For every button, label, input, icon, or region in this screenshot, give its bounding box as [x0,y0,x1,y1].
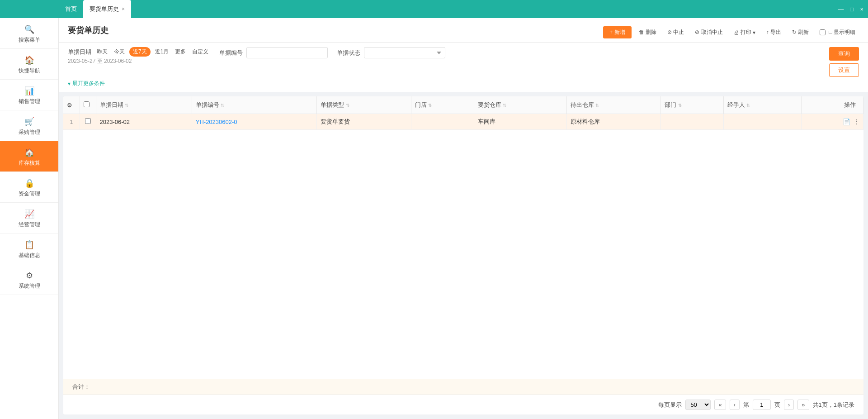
finance-icon: 🔒 [24,178,34,188]
print-button[interactable]: 🖨 🖨 打印 打印 ▾ [730,27,759,38]
new-button[interactable]: + 新增 [603,26,631,38]
print-dropdown-icon[interactable]: ▾ [753,29,755,36]
refresh-button[interactable]: ↻ 刷新 [788,27,812,38]
row-dept [660,114,723,130]
operation-icon: 📈 [24,209,34,219]
row-checkbox[interactable] [80,114,96,130]
sort-reqwarehouse-icon[interactable]: ⇅ [503,103,506,108]
top-bar-right: — □ × [838,0,863,18]
page-label: 页 [774,401,780,409]
search-icon: 🔍 [24,24,34,34]
page-title: 要货单历史 [68,25,108,36]
window-maximize-icon[interactable]: □ [850,6,854,13]
col-settings[interactable]: ⚙ [63,96,80,114]
tab-home-label: 首页 [65,5,77,13]
sort-docno-icon[interactable]: ⇅ [221,103,224,108]
date-range-text: 2023-05-27 至 2023-06-02 [68,57,210,65]
sidebar-item-purchase[interactable]: 🛒 采购管理 [0,110,58,141]
sidebar-item-nav[interactable]: 🏠 快捷导航 [0,49,58,80]
row-docno[interactable]: YH-20230602-0 [192,114,317,130]
sidebar-item-search-label: 搜索菜单 [19,36,40,44]
purchase-icon: 🛒 [24,117,34,127]
filter-buttons: 查询 设置 [829,47,859,77]
window-close-icon[interactable]: × [860,6,863,13]
tab-history[interactable]: 要货单历史 × [83,0,131,18]
display-detail-checkbox[interactable] [820,29,826,35]
row-doctype: 要货单要货 [317,114,411,130]
sidebar-item-operation[interactable]: 📈 经营管理 [0,203,58,233]
sort-handler-icon[interactable]: ⇅ [746,103,750,108]
sidebar-item-sales[interactable]: 📊 销售管理 [0,80,58,110]
col-store: 门店 ⇅ [411,96,474,114]
docno-input[interactable] [246,47,328,58]
sidebar-item-inventory[interactable]: 🏠 库存核算 [0,141,58,172]
expand-more-icon: ▾ [68,81,71,87]
date-custom[interactable]: 自定义 [190,47,210,57]
print-icon: 🖨 [734,29,739,36]
date-week7[interactable]: 近7天 [129,47,151,57]
sidebar-item-basic-label: 基础信息 [19,252,40,259]
delete-button[interactable]: 🗑 删除 [635,27,660,38]
per-page-select[interactable]: 102050100 [685,400,711,410]
sort-doctype-icon[interactable]: ⇅ [346,103,349,108]
expand-more-button[interactable]: ▾ 展开更多条件 [68,80,859,87]
query-button[interactable]: 查询 [829,47,859,61]
expand-more-label: 展开更多条件 [72,80,105,87]
last-page-button[interactable]: » [797,400,809,410]
date-filter-group: 单据日期 昨天 今天 近7天 近1月 更多 自定义 2023-05-27 至 2… [68,47,210,65]
status-filter-group: 单据状态 [337,47,445,58]
export-button[interactable]: ↑ 导出 [763,27,785,38]
col-action: 操作 [801,96,863,114]
first-page-button[interactable]: « [714,400,726,410]
col-reqwarehouse: 要货仓库 ⇅ [474,96,566,114]
docno-link: YH-20230602-0 [196,119,237,125]
sidebar-item-finance[interactable]: 🔒 资金管理 [0,172,58,203]
prev-page-button[interactable]: ‹ [730,400,740,410]
sidebar-item-system[interactable]: ⚙ 系统管理 [0,264,58,295]
sidebar-item-purchase-label: 采购管理 [19,129,40,136]
filter-main-row: 单据日期 昨天 今天 近7天 近1月 更多 自定义 2023-05-27 至 2… [68,47,859,77]
top-bar: 首页 要货单历史 × — □ × [0,0,868,18]
sidebar-item-search[interactable]: 🔍 搜索菜单 [0,18,58,49]
sort-pendingwarehouse-icon[interactable]: ⇅ [595,103,599,108]
sort-dept-icon[interactable]: ⇅ [678,103,682,108]
display-detail-button[interactable]: □ 显示明细 [816,27,859,38]
row-pendingwarehouse: 原材料仓库 [566,114,660,130]
sales-icon: 📊 [24,86,34,96]
settings-button[interactable]: 设置 [829,63,859,77]
sort-store-icon[interactable]: ⇅ [428,103,432,108]
date-today[interactable]: 今天 [112,47,127,57]
docno-filter-group: 单据编号 [219,47,328,58]
total-info: 共1页，1条记录 [813,401,854,409]
date-filter-label: 单据日期 [68,48,91,56]
sort-docdate-icon[interactable]: ⇅ [125,103,128,108]
col-checkbox [80,96,96,114]
window-minimize-icon[interactable]: — [838,6,844,13]
sidebar-item-basic[interactable]: 📋 基础信息 [0,233,58,264]
docno-filter-label: 单据编号 [219,49,243,57]
content-area: 要货单历史 + 新增 🗑 删除 ⊘ 中止 ⊘ 取消中止 🖨 🖨 打印 打印 ▾ … [59,18,868,419]
cancel-stop-button[interactable]: ⊘ 取消中止 [691,27,726,38]
table-body: 1 2023-06-02 YH-20230602-0 要货单要货 车间库 原材料… [63,114,863,130]
date-yesterday[interactable]: 昨天 [95,47,109,57]
tab-history-label: 要货单历史 [90,5,119,13]
date-month1[interactable]: 近1月 [153,47,171,57]
date-more[interactable]: 更多 [173,47,188,57]
sidebar-item-operation-label: 经营管理 [19,221,40,229]
data-table: ⚙ 单据日期 ⇅ 单据编号 ⇅ 单据类型 ⇅ [63,96,863,130]
sidebar-item-nav-label: 快捷导航 [19,67,40,75]
sidebar-item-inventory-label: 库存核算 [19,159,40,167]
next-page-button[interactable]: › [784,400,794,410]
row-more-icon[interactable]: ⋮ [853,118,859,125]
stop-button[interactable]: ⊘ 中止 [664,27,688,38]
tab-home[interactable]: 首页 [59,0,83,18]
status-select[interactable] [364,47,445,58]
row-action: 📄 ⋮ [801,114,863,130]
row-view-icon[interactable]: 📄 [843,118,850,125]
select-all-checkbox[interactable] [84,101,90,107]
page-input[interactable] [753,400,771,410]
per-page-label: 每页显示 [658,401,682,409]
tab-close-icon[interactable]: × [122,6,125,12]
table-row: 1 2023-06-02 YH-20230602-0 要货单要货 车间库 原材料… [63,114,863,130]
inventory-icon: 🏠 [24,148,34,157]
